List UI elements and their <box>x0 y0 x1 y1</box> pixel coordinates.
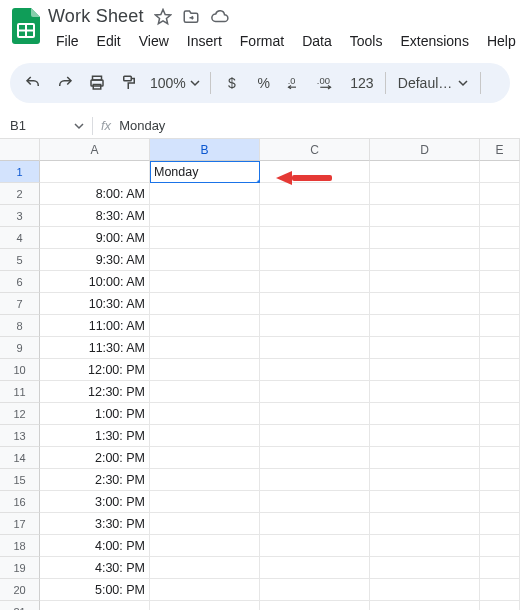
cell-E4[interactable] <box>480 227 520 249</box>
cell-D19[interactable] <box>370 557 480 579</box>
cell-D17[interactable] <box>370 513 480 535</box>
cell-E17[interactable] <box>480 513 520 535</box>
cell-D3[interactable] <box>370 205 480 227</box>
row-header[interactable]: 3 <box>0 205 40 227</box>
cell-D7[interactable] <box>370 293 480 315</box>
cell-B10[interactable] <box>150 359 260 381</box>
cell-D21[interactable] <box>370 601 480 610</box>
cell-C16[interactable] <box>260 491 370 513</box>
cell-D12[interactable] <box>370 403 480 425</box>
cell-A6[interactable]: 10:00: AM <box>40 271 150 293</box>
format-percent-button[interactable]: % <box>249 68 279 98</box>
cell-C19[interactable] <box>260 557 370 579</box>
menu-file[interactable]: File <box>48 29 87 53</box>
menu-edit[interactable]: Edit <box>89 29 129 53</box>
cell-A13[interactable]: 1:30: PM <box>40 425 150 447</box>
cell-E5[interactable] <box>480 249 520 271</box>
cell-C2[interactable] <box>260 183 370 205</box>
cloud-status-icon[interactable] <box>210 8 230 26</box>
cell-D18[interactable] <box>370 535 480 557</box>
row-header[interactable]: 18 <box>0 535 40 557</box>
cell-C10[interactable] <box>260 359 370 381</box>
cell-D20[interactable] <box>370 579 480 601</box>
cell-A17[interactable]: 3:30: PM <box>40 513 150 535</box>
cell-A9[interactable]: 11:30: AM <box>40 337 150 359</box>
cell-B17[interactable] <box>150 513 260 535</box>
cell-D16[interactable] <box>370 491 480 513</box>
cell-A21[interactable] <box>40 601 150 610</box>
cell-C15[interactable] <box>260 469 370 491</box>
cell-A11[interactable]: 12:30: PM <box>40 381 150 403</box>
cell-B19[interactable] <box>150 557 260 579</box>
cell-D1[interactable] <box>370 161 480 183</box>
col-header-b[interactable]: B <box>150 139 260 161</box>
cell-E9[interactable] <box>480 337 520 359</box>
menu-insert[interactable]: Insert <box>179 29 230 53</box>
cell-B13[interactable] <box>150 425 260 447</box>
cell-E13[interactable] <box>480 425 520 447</box>
col-header-a[interactable]: A <box>40 139 150 161</box>
cell-D8[interactable] <box>370 315 480 337</box>
row-header[interactable]: 4 <box>0 227 40 249</box>
cell-A8[interactable]: 11:00: AM <box>40 315 150 337</box>
increase-decimal-button[interactable]: .00 <box>313 68 343 98</box>
cell-B16[interactable] <box>150 491 260 513</box>
col-header-e[interactable]: E <box>480 139 520 161</box>
cell-C6[interactable] <box>260 271 370 293</box>
row-header[interactable]: 2 <box>0 183 40 205</box>
cell-A14[interactable]: 2:00: PM <box>40 447 150 469</box>
cell-B2[interactable] <box>150 183 260 205</box>
cell-D10[interactable] <box>370 359 480 381</box>
cell-D11[interactable] <box>370 381 480 403</box>
cell-B5[interactable] <box>150 249 260 271</box>
cell-A4[interactable]: 9:00: AM <box>40 227 150 249</box>
cell-A3[interactable]: 8:30: AM <box>40 205 150 227</box>
zoom-select[interactable]: 100% <box>146 75 204 91</box>
row-header[interactable]: 6 <box>0 271 40 293</box>
cell-B9[interactable] <box>150 337 260 359</box>
menu-help[interactable]: Help <box>479 29 520 53</box>
undo-button[interactable] <box>18 68 48 98</box>
cell-D5[interactable] <box>370 249 480 271</box>
cell-A18[interactable]: 4:00: PM <box>40 535 150 557</box>
cell-E15[interactable] <box>480 469 520 491</box>
print-button[interactable] <box>82 68 112 98</box>
cell-A19[interactable]: 4:30: PM <box>40 557 150 579</box>
cell-B15[interactable] <box>150 469 260 491</box>
row-header[interactable]: 8 <box>0 315 40 337</box>
cell-B11[interactable] <box>150 381 260 403</box>
cell-B14[interactable] <box>150 447 260 469</box>
cell-E16[interactable] <box>480 491 520 513</box>
cell-C14[interactable] <box>260 447 370 469</box>
cell-A5[interactable]: 9:30: AM <box>40 249 150 271</box>
cell-E12[interactable] <box>480 403 520 425</box>
cell-C4[interactable] <box>260 227 370 249</box>
more-formats-button[interactable]: 123 <box>345 68 379 98</box>
name-box-dropdown[interactable] <box>74 121 84 131</box>
star-icon[interactable] <box>154 8 172 26</box>
cell-C12[interactable] <box>260 403 370 425</box>
cell-D15[interactable] <box>370 469 480 491</box>
cell-E1[interactable] <box>480 161 520 183</box>
cell-A15[interactable]: 2:30: PM <box>40 469 150 491</box>
cell-E3[interactable] <box>480 205 520 227</box>
sheets-logo[interactable] <box>12 10 40 42</box>
row-header[interactable]: 17 <box>0 513 40 535</box>
cell-C21[interactable] <box>260 601 370 610</box>
row-header[interactable]: 11 <box>0 381 40 403</box>
row-header[interactable]: 10 <box>0 359 40 381</box>
row-header[interactable]: 20 <box>0 579 40 601</box>
cell-B7[interactable] <box>150 293 260 315</box>
cell-E11[interactable] <box>480 381 520 403</box>
cell-B1[interactable]: Monday <box>150 161 260 183</box>
cell-A12[interactable]: 1:00: PM <box>40 403 150 425</box>
row-header[interactable]: 15 <box>0 469 40 491</box>
row-header[interactable]: 13 <box>0 425 40 447</box>
cell-E18[interactable] <box>480 535 520 557</box>
menu-view[interactable]: View <box>131 29 177 53</box>
row-header[interactable]: 5 <box>0 249 40 271</box>
cell-D13[interactable] <box>370 425 480 447</box>
col-header-c[interactable]: C <box>260 139 370 161</box>
format-currency-button[interactable]: $ <box>217 68 247 98</box>
name-box[interactable]: B1 <box>10 118 66 133</box>
